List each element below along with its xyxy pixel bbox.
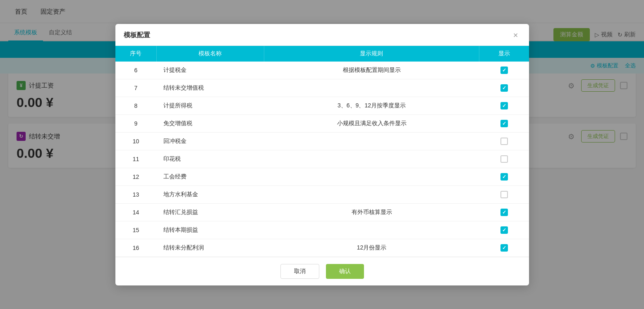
cell-rule-8: 有外币核算显示 — [264, 204, 479, 221]
cell-name-0: 计提税金 — [157, 62, 264, 79]
cell-index-4: 10 — [115, 133, 157, 150]
checkbox-row-3[interactable] — [500, 120, 508, 127]
cell-check-9 — [479, 221, 529, 239]
col-header-name: 模板名称 — [157, 46, 264, 62]
cell-index-8: 14 — [115, 204, 157, 221]
checkbox-row-0[interactable] — [500, 67, 508, 74]
cell-check-8 — [479, 204, 529, 221]
cell-index-9: 15 — [115, 222, 157, 238]
cell-index-5: 11 — [115, 151, 157, 167]
table-row: 12 工会经费 — [115, 168, 529, 186]
cell-name-4: 回冲税金 — [157, 133, 264, 150]
col-header-display: 显示 — [479, 46, 529, 62]
cell-rule-0: 根据模板配置期间显示 — [264, 62, 479, 79]
cell-check-10 — [479, 239, 529, 257]
table-row: 6 计提税金 根据模板配置期间显示 — [115, 62, 529, 79]
cell-name-5: 印花税 — [157, 150, 264, 168]
table-header: 序号 模板名称 显示规则 显示 — [115, 46, 529, 62]
cell-check-2 — [479, 97, 529, 114]
cell-name-6: 工会经费 — [157, 168, 264, 185]
checkbox-row-8[interactable] — [500, 209, 508, 216]
cell-index-1: 7 — [115, 80, 157, 96]
checkbox-row-7[interactable] — [500, 191, 508, 198]
table-row: 14 结转汇兑损益 有外币核算显示 — [115, 204, 529, 221]
modal-title: 模板配置 — [124, 31, 150, 40]
cell-check-3 — [479, 115, 529, 132]
cell-index-2: 8 — [115, 97, 157, 114]
cell-rule-7 — [264, 190, 479, 200]
table-row: 8 计提所得税 3、6、9、12月按季度显示 — [115, 97, 529, 115]
col-header-rule: 显示规则 — [264, 46, 479, 62]
cell-name-8: 结转汇兑损益 — [157, 204, 264, 221]
cell-index-7: 13 — [115, 186, 157, 203]
modal-table-body: 6 计提税金 根据模板配置期间显示 7 结转未交增值税 8 计提所得税 3、6、… — [115, 62, 529, 257]
cell-name-7: 地方水利基金 — [157, 186, 264, 203]
cell-name-9: 结转本期损益 — [157, 221, 264, 239]
cell-index-3: 9 — [115, 115, 157, 132]
cell-rule-1 — [264, 83, 479, 93]
table-row: 9 免交增值税 小规模且满足收入条件显示 — [115, 115, 529, 133]
cell-name-1: 结转未交增值税 — [157, 79, 264, 97]
cell-index-10: 16 — [115, 240, 157, 256]
table-row: 7 结转未交增值税 — [115, 79, 529, 97]
cell-check-7 — [479, 186, 529, 203]
cell-index-0: 6 — [115, 62, 157, 78]
modal-close-button[interactable]: × — [511, 31, 521, 40]
cell-check-5 — [479, 150, 529, 168]
cell-rule-9 — [264, 225, 479, 235]
template-config-modal: 模板配置 × 序号 模板名称 显示规则 显示 6 计提税金 根据模板配置期间显示… — [115, 24, 529, 285]
table-row: 13 地方水利基金 — [115, 186, 529, 204]
cell-rule-10: 12月份显示 — [264, 239, 479, 257]
cell-check-6 — [479, 168, 529, 185]
cell-rule-3: 小规模且满足收入条件显示 — [264, 115, 479, 132]
modal-footer: 取消 确认 — [115, 257, 529, 285]
checkbox-row-1[interactable] — [500, 84, 508, 92]
cancel-button[interactable]: 取消 — [280, 264, 319, 279]
checkbox-row-6[interactable] — [500, 173, 508, 181]
checkbox-row-2[interactable] — [500, 102, 508, 109]
cell-check-4 — [479, 133, 529, 150]
cell-index-6: 12 — [115, 169, 157, 185]
modal-header: 模板配置 × — [115, 24, 529, 46]
cell-name-3: 免交增值税 — [157, 115, 264, 132]
cell-check-1 — [479, 79, 529, 97]
cell-rule-4 — [264, 136, 479, 146]
cell-check-0 — [479, 62, 529, 79]
cell-name-10: 结转未分配利润 — [157, 239, 264, 257]
table-row: 11 印花税 — [115, 150, 529, 168]
checkbox-row-5[interactable] — [500, 155, 508, 163]
cell-rule-5 — [264, 154, 479, 164]
table-row: 15 结转本期损益 — [115, 221, 529, 239]
cell-rule-6 — [264, 172, 479, 182]
table-row: 10 回冲税金 — [115, 133, 529, 150]
cell-name-2: 计提所得税 — [157, 97, 264, 114]
table-row: 16 结转未分配利润 12月份显示 — [115, 239, 529, 257]
checkbox-row-9[interactable] — [500, 226, 508, 234]
modal-overlay: 模板配置 × 序号 模板名称 显示规则 显示 6 计提税金 根据模板配置期间显示… — [0, 0, 644, 309]
col-header-index: 序号 — [115, 46, 157, 62]
checkbox-row-4[interactable] — [500, 138, 508, 145]
confirm-button[interactable]: 确认 — [326, 264, 364, 279]
cell-rule-2: 3、6、9、12月按季度显示 — [264, 97, 479, 114]
checkbox-row-10[interactable] — [500, 244, 508, 252]
